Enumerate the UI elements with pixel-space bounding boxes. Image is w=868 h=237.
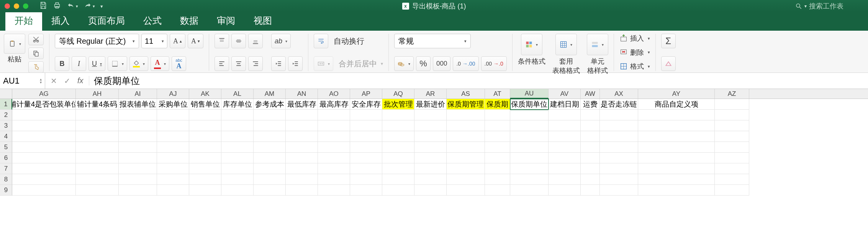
cell-AL1[interactable]: 库存单位 xyxy=(221,99,254,110)
decrease-indent-button[interactable] xyxy=(271,56,286,71)
align-left-button[interactable] xyxy=(215,56,229,71)
cell-AO6[interactable] xyxy=(318,153,350,163)
cell-AS8[interactable] xyxy=(447,174,485,185)
cell-AJ8[interactable] xyxy=(157,174,189,185)
cell-AL7[interactable] xyxy=(221,163,254,174)
cell-AQ7[interactable] xyxy=(382,163,414,174)
tab-review[interactable]: 审阅 xyxy=(208,12,244,31)
insert-function-button[interactable]: fx xyxy=(77,76,84,85)
cell-AK6[interactable] xyxy=(189,153,221,163)
cell-AP5[interactable] xyxy=(350,142,382,153)
cell-AK7[interactable] xyxy=(189,163,221,174)
cell-AO8[interactable] xyxy=(318,174,350,185)
cell-AK8[interactable] xyxy=(189,174,221,185)
decrease-font-button[interactable]: A▾ xyxy=(188,34,203,48)
column-header-AS[interactable]: AS xyxy=(447,89,485,99)
cell-AX2[interactable] xyxy=(600,110,638,120)
cell-AV8[interactable] xyxy=(549,174,581,185)
comma-button[interactable]: 000 xyxy=(433,56,450,71)
increase-font-button[interactable]: A▴ xyxy=(170,34,185,48)
cell-AK5[interactable] xyxy=(189,142,221,153)
cell-AT4[interactable] xyxy=(485,131,510,142)
row-header-3[interactable]: 3 xyxy=(0,120,12,131)
column-header-AZ[interactable]: AZ xyxy=(715,89,749,99)
cell-AP8[interactable] xyxy=(350,174,382,185)
percent-button[interactable]: % xyxy=(416,56,431,71)
cell-AV5[interactable] xyxy=(549,142,581,153)
cell-AT3[interactable] xyxy=(485,120,510,131)
cell-AH2[interactable] xyxy=(76,110,119,120)
column-header-AL[interactable]: AL xyxy=(221,89,254,99)
cell-AV6[interactable] xyxy=(549,153,581,163)
cell-AL5[interactable] xyxy=(221,142,254,153)
border-button[interactable] xyxy=(108,56,127,71)
cell-AU9[interactable] xyxy=(510,185,549,196)
cell-AX3[interactable] xyxy=(600,120,638,131)
cell-AK4[interactable] xyxy=(189,131,221,142)
cell-AQ1[interactable]: 批次管理 xyxy=(382,99,414,110)
delete-cells-button[interactable]: 删除▾ xyxy=(619,48,650,57)
cell-AY2[interactable] xyxy=(638,110,715,120)
cell-AS5[interactable] xyxy=(447,142,485,153)
cell-AT6[interactable] xyxy=(485,153,510,163)
cell-AK1[interactable]: 销售单位 xyxy=(189,99,221,110)
format-painter-button[interactable] xyxy=(28,61,44,73)
cell-AU6[interactable] xyxy=(510,153,549,163)
cell-AZ5[interactable] xyxy=(715,142,749,153)
cell-AW4[interactable] xyxy=(581,131,600,142)
enter-formula-button[interactable]: ✓ xyxy=(64,76,70,86)
cell-AS9[interactable] xyxy=(447,185,485,196)
tab-insert[interactable]: 插入 xyxy=(42,12,79,31)
cell-AH9[interactable] xyxy=(76,185,119,196)
cell-AG9[interactable] xyxy=(12,185,76,196)
cell-AS7[interactable] xyxy=(447,163,485,174)
cell-AR8[interactable] xyxy=(414,174,447,185)
cell-AX7[interactable] xyxy=(600,163,638,174)
cell-AS1[interactable]: 保质期管理 xyxy=(447,99,485,110)
cell-AS2[interactable] xyxy=(447,110,485,120)
column-header-AH[interactable]: AH xyxy=(76,89,119,99)
cell-AK9[interactable] xyxy=(189,185,221,196)
currency-button[interactable] xyxy=(394,56,414,71)
cell-AP9[interactable] xyxy=(350,185,382,196)
bold-button[interactable]: B xyxy=(55,56,69,71)
cell-AM6[interactable] xyxy=(254,153,286,163)
cell-AG3[interactable] xyxy=(12,120,76,131)
cell-AI3[interactable] xyxy=(119,120,157,131)
cell-AN2[interactable] xyxy=(286,110,318,120)
format-as-table-button[interactable] xyxy=(555,34,577,55)
column-header-AW[interactable]: AW xyxy=(581,89,600,99)
tab-formulas[interactable]: 公式 xyxy=(134,12,171,31)
column-header-AO[interactable]: AO xyxy=(318,89,350,99)
cell-AY8[interactable] xyxy=(638,174,715,185)
tab-data[interactable]: 数据 xyxy=(171,12,208,31)
cell-AT7[interactable] xyxy=(485,163,510,174)
cell-AJ1[interactable]: 采购单位 xyxy=(157,99,189,110)
cell-AG6[interactable] xyxy=(12,153,76,163)
cell-AU3[interactable] xyxy=(510,120,549,131)
cell-AH3[interactable] xyxy=(76,120,119,131)
cell-AH1[interactable]: 辅计量4条码 xyxy=(76,99,119,110)
column-header-AR[interactable]: AR xyxy=(414,89,447,99)
cell-AY6[interactable] xyxy=(638,153,715,163)
cell-AJ7[interactable] xyxy=(157,163,189,174)
cell-AJ3[interactable] xyxy=(157,120,189,131)
cell-AO1[interactable]: 最高库存 xyxy=(318,99,350,110)
cell-AL9[interactable] xyxy=(221,185,254,196)
cell-AM7[interactable] xyxy=(254,163,286,174)
insert-cells-button[interactable]: 插入▾ xyxy=(619,34,650,43)
column-header-AT[interactable]: AT xyxy=(485,89,510,99)
cell-AZ1[interactable] xyxy=(715,99,749,110)
cell-AT5[interactable] xyxy=(485,142,510,153)
cell-AT1[interactable]: 保质期 xyxy=(485,99,510,110)
cell-AV2[interactable] xyxy=(549,110,581,120)
row-header-9[interactable]: 9 xyxy=(0,185,12,196)
cell-AJ9[interactable] xyxy=(157,185,189,196)
qat-customize-icon[interactable]: ▾ xyxy=(100,3,103,9)
cell-AM3[interactable] xyxy=(254,120,286,131)
cell-AI4[interactable] xyxy=(119,131,157,142)
cell-AL6[interactable] xyxy=(221,153,254,163)
orientation-button[interactable]: ab xyxy=(271,34,291,48)
cell-AQ4[interactable] xyxy=(382,131,414,142)
cancel-formula-button[interactable]: ✕ xyxy=(51,76,57,86)
